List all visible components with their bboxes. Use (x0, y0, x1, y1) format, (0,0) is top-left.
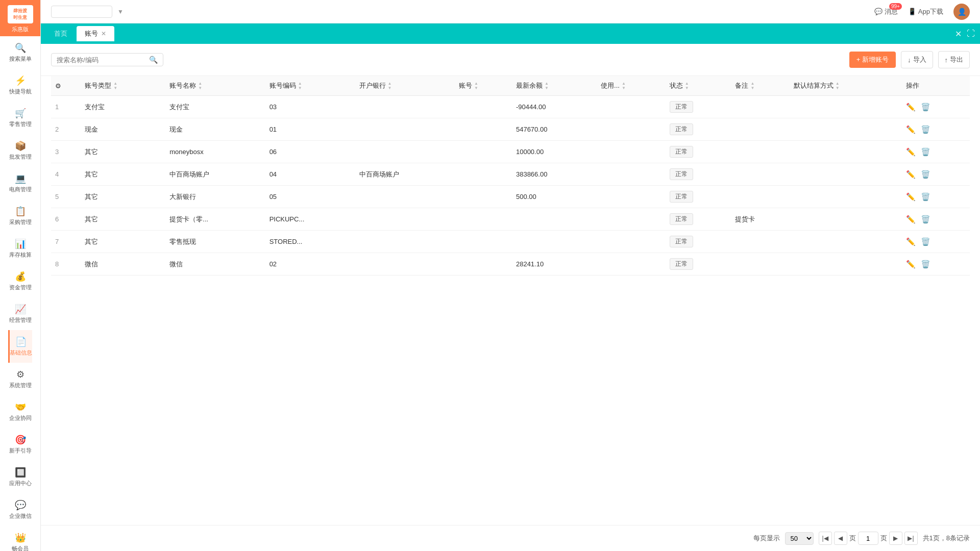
app-download-label: App下载 (918, 7, 943, 16)
sidebar-item-14[interactable]: 💬企业微信 (8, 493, 32, 526)
status-badge-1: 正常 (670, 123, 693, 135)
sidebar-item-1[interactable]: ⚡快捷导航 (8, 69, 32, 102)
status-badge-3: 正常 (670, 168, 693, 180)
add-account-button[interactable]: + 新增账号 (849, 52, 896, 68)
status-badge-7: 正常 (670, 258, 693, 270)
col-header-balance[interactable]: 最新余额▲▼ (512, 76, 597, 96)
row-bank-0 (355, 96, 455, 118)
row-code-2: 06 (265, 141, 355, 163)
col-header-code[interactable]: 账号编码▲▼ (265, 76, 355, 96)
row-usage-1 (597, 118, 666, 141)
row-type-3: 其它 (81, 163, 165, 186)
top-search-input[interactable] (51, 6, 112, 18)
message-button[interactable]: 💬 消息 99+ (874, 7, 898, 16)
row-name-7: 微信 (165, 253, 265, 276)
search-icon: 🔍 (149, 56, 158, 64)
sidebar-item-12[interactable]: 🎯新手引导 (8, 428, 32, 461)
delete-icon-5[interactable]: 🗑️ (921, 215, 930, 224)
minimize-icon[interactable]: ✕ (955, 29, 962, 39)
sidebar-icon-0: 🔍 (15, 42, 26, 54)
delete-icon-7[interactable]: 🗑️ (921, 260, 930, 269)
col-header-account[interactable]: 账号▲▼ (455, 76, 512, 96)
sidebar-item-7[interactable]: 💰资金管理 (8, 265, 32, 297)
sidebar-item-10[interactable]: ⚙系统管理 (8, 363, 32, 395)
row-remark-1 (731, 118, 789, 141)
page-number-input[interactable] (858, 532, 878, 545)
col-header-name[interactable]: 账号名称▲▼ (165, 76, 265, 96)
row-name-5: 提货卡（零... (165, 208, 265, 231)
row-status-1: 正常 (666, 118, 731, 141)
delete-icon-2[interactable]: 🗑️ (921, 147, 930, 157)
prev-page-button[interactable]: ◀ (834, 532, 847, 545)
row-account-2 (455, 141, 512, 163)
edit-icon-2[interactable]: ✏️ (906, 147, 916, 157)
sidebar-item-8[interactable]: 📈经营管理 (8, 297, 32, 330)
delete-icon-6[interactable]: 🗑️ (921, 237, 930, 246)
import-button[interactable]: ↓ 导入 (901, 51, 933, 68)
next-page-button[interactable]: ▶ (889, 532, 902, 545)
table-row: 4其它中百商场账户04中百商场账户383866.00正常 ✏️ 🗑️ (51, 163, 970, 186)
tab-1[interactable]: 账号✕ (77, 26, 114, 41)
sidebar-item-0[interactable]: 🔍搜索菜单 (8, 36, 32, 69)
export-button[interactable]: ↑ 导出 (938, 51, 970, 68)
sidebar-item-4[interactable]: 💻电商管理 (8, 167, 32, 199)
toolbar-right: + 新增账号 ↓ 导入 ↑ 导出 (849, 51, 970, 68)
edit-icon-6[interactable]: ✏️ (906, 237, 916, 246)
edit-icon-0[interactable]: ✏️ (906, 103, 916, 112)
sidebar-label-15: 畅会员 (12, 545, 29, 551)
row-code-1: 01 (265, 118, 355, 141)
last-page-button[interactable]: ▶| (904, 532, 918, 545)
tab-0[interactable]: 首页 (46, 26, 76, 41)
search-input[interactable] (57, 56, 146, 64)
dropdown-arrow-icon[interactable]: ▼ (117, 8, 124, 15)
row-actions-3: ✏️ 🗑️ (902, 163, 970, 186)
edit-icon-3[interactable]: ✏️ (906, 170, 916, 179)
sidebar-label-1: 快捷导航 (9, 88, 32, 95)
sidebar-item-2[interactable]: 🛒零售管理 (8, 102, 32, 134)
first-page-button[interactable]: |◀ (819, 532, 832, 545)
row-num-5: 6 (51, 208, 81, 231)
sidebar-item-6[interactable]: 📊库存核算 (8, 232, 32, 265)
edit-icon-7[interactable]: ✏️ (906, 260, 916, 269)
import-label: 导入 (913, 55, 926, 64)
row-account-4 (455, 186, 512, 208)
edit-icon-5[interactable]: ✏️ (906, 215, 916, 224)
logo-text: 乐惠版 (12, 26, 29, 33)
sidebar-item-5[interactable]: 📋采购管理 (8, 199, 32, 232)
sidebar-label-6: 库存核算 (9, 251, 32, 259)
per-page-select[interactable]: 50 100 200 (785, 532, 814, 545)
sidebar-item-11[interactable]: 🤝企业协同 (8, 395, 32, 428)
row-settlement-0 (790, 96, 902, 118)
sidebar-icon-4: 💻 (15, 173, 26, 184)
sidebar-item-9[interactable]: 📄基础信息 (8, 330, 32, 363)
delete-icon-4[interactable]: 🗑️ (921, 192, 930, 202)
sidebar-item-15[interactable]: 👑畅会员 (8, 526, 32, 551)
app-icon: 📱 (908, 8, 916, 15)
edit-icon-4[interactable]: ✏️ (906, 192, 916, 202)
col-header-usage[interactable]: 使用...▲▼ (597, 76, 666, 96)
row-num-4: 5 (51, 186, 81, 208)
sidebar-item-3[interactable]: 📦批发管理 (8, 134, 32, 167)
delete-icon-3[interactable]: 🗑️ (921, 170, 930, 179)
row-balance-0: -90444.00 (512, 96, 597, 118)
row-usage-7 (597, 253, 666, 276)
avatar[interactable]: 👤 (953, 4, 970, 20)
col-header-settlement[interactable]: 默认结算方式▲▼ (790, 76, 902, 96)
col-header-type[interactable]: 账号类型▲▼ (81, 76, 165, 96)
col-header-bank[interactable]: 开户银行▲▼ (355, 76, 455, 96)
app-download-button[interactable]: 📱 App下载 (908, 7, 943, 16)
tab-close-1[interactable]: ✕ (101, 30, 106, 37)
delete-icon-1[interactable]: 🗑️ (921, 125, 930, 134)
col-header-remark[interactable]: 备注▲▼ (731, 76, 789, 96)
maximize-icon[interactable]: ⛶ (967, 29, 975, 39)
row-balance-2: 10000.00 (512, 141, 597, 163)
col-header-status[interactable]: 状态▲▼ (666, 76, 731, 96)
row-bank-4 (355, 186, 455, 208)
sidebar-label-10: 系统管理 (9, 382, 32, 389)
row-status-3: 正常 (666, 163, 731, 186)
sidebar-item-13[interactable]: 🔲应用中心 (8, 461, 32, 493)
sidebar-label-4: 电商管理 (9, 186, 32, 193)
delete-icon-0[interactable]: 🗑️ (921, 103, 930, 112)
row-remark-7 (731, 253, 789, 276)
edit-icon-1[interactable]: ✏️ (906, 125, 916, 134)
